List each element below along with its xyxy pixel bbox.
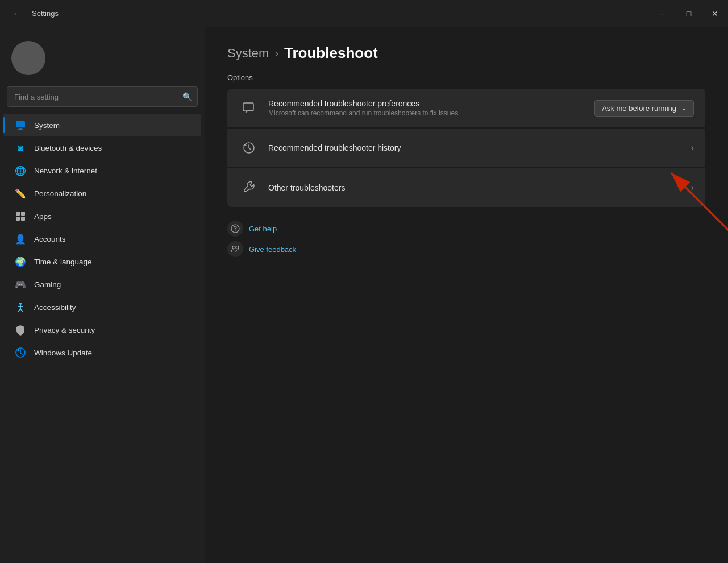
svg-rect-0 [16,121,25,127]
sidebar-item-apps[interactable]: Apps [3,205,201,227]
svg-rect-5 [16,217,20,221]
sidebar-item-accounts[interactable]: 👤 Accounts [3,227,201,250]
sidebar-item-label-privacy: Privacy & security [34,326,95,334]
card-title-recommended-prefs: Recommended troubleshooter preferences [268,99,594,108]
card-content-history: Recommended troubleshooter history [268,143,691,152]
card-content-other: Other troubleshooters [268,183,691,192]
gaming-icon: 🎮 [15,279,26,290]
system-icon [15,119,26,131]
content-area: System › Troubleshoot Options Recommende… [205,27,728,563]
svg-point-16 [235,230,235,231]
section-label: Options [227,73,705,82]
dropdown-label: Ask me before running [602,104,676,113]
minimize-button[interactable]: ─ [650,0,676,27]
get-help-text[interactable]: Get help [249,225,277,233]
card-content-recommended-prefs: Recommended troubleshooter preferences M… [268,99,594,117]
accessibility-icon [15,301,26,313]
give-feedback-text[interactable]: Give feedback [249,245,296,254]
card-action-other: › [691,183,694,193]
back-button[interactable]: ← [9,6,25,22]
app-title: Settings [32,9,59,18]
titlebar: ← Settings ─ □ ✕ [0,0,728,27]
card-subtitle-recommended-prefs: Microsoft can recommend and run troubles… [268,109,594,117]
card-recommended-history[interactable]: Recommended troubleshooter history › [227,129,705,167]
chevron-down-icon: ⌄ [681,104,687,112]
user-profile [0,34,205,86]
sidebar-item-network[interactable]: 🌐 Network & internet [3,159,201,182]
svg-rect-3 [16,212,20,216]
avatar [11,41,45,75]
svg-rect-1 [19,128,22,129]
svg-rect-4 [21,212,25,216]
svg-line-11 [20,309,23,312]
sidebar: 🔍 System ◙ Bluetooth & devices [0,27,205,563]
personalization-icon: ✏️ [15,188,26,199]
sidebar-item-accessibility[interactable]: Accessibility [3,296,201,318]
card-action-recommended-prefs: Ask me before running ⌄ [594,100,694,117]
maximize-button[interactable]: □ [676,0,702,27]
apps-icon [15,210,26,222]
svg-point-7 [19,303,22,305]
svg-rect-6 [21,217,25,221]
accounts-icon: 👤 [15,233,26,245]
wrench-icon [239,177,259,198]
svg-rect-12 [243,103,253,111]
sidebar-item-label-system: System [34,121,60,130]
privacy-icon [15,324,26,336]
sidebar-item-system[interactable]: System [3,114,201,136]
sidebar-item-label-windows-update: Windows Update [34,349,92,357]
history-icon [239,138,259,158]
sidebar-item-time[interactable]: 🌍 Time & language [3,250,201,273]
svg-point-17 [232,246,235,249]
get-help-icon [227,221,243,237]
sidebar-item-personalization[interactable]: ✏️ Personalization [3,182,201,205]
card-other-troubleshooters[interactable]: Other troubleshooters › [227,168,705,207]
breadcrumb-parent[interactable]: System [227,46,269,61]
sidebar-item-label-gaming: Gaming [34,280,61,289]
sidebar-item-windows-update[interactable]: Windows Update [3,341,201,364]
search-box: 🔍 [7,86,198,107]
window-controls: ─ □ ✕ [650,0,728,27]
breadcrumb-separator: › [274,47,278,60]
windows-update-icon [15,347,26,358]
network-icon: 🌐 [15,165,26,176]
sidebar-item-privacy[interactable]: Privacy & security [3,318,201,341]
card-title-other: Other troubleshooters [268,183,691,192]
sidebar-item-bluetooth[interactable]: ◙ Bluetooth & devices [3,136,201,159]
search-icon: 🔍 [182,92,192,101]
links-section: Get help Give feedback [227,221,705,257]
svg-rect-2 [18,129,23,130]
svg-point-18 [236,246,239,249]
chat-icon [239,98,259,118]
sidebar-item-label-apps: Apps [34,212,52,221]
card-recommended-prefs[interactable]: Recommended troubleshooter preferences M… [227,89,705,127]
sidebar-item-label-accessibility: Accessibility [34,303,76,312]
card-action-history: › [691,143,694,153]
sidebar-item-label-accounts: Accounts [34,235,66,243]
close-button[interactable]: ✕ [702,0,728,27]
breadcrumb: System › Troubleshoot [227,44,705,62]
sidebar-item-label-time: Time & language [34,258,92,266]
search-input[interactable] [7,86,198,107]
main-layout: 🔍 System ◙ Bluetooth & devices [0,27,728,563]
card-title-history: Recommended troubleshooter history [268,143,691,152]
chevron-right-other-icon: › [691,183,694,193]
give-feedback-icon [227,241,243,257]
bluetooth-icon: ◙ [15,142,26,154]
give-feedback-link[interactable]: Give feedback [227,241,705,257]
get-help-link[interactable]: Get help [227,221,705,237]
nav-items: System ◙ Bluetooth & devices 🌐 Network &… [0,114,205,556]
sidebar-item-gaming[interactable]: 🎮 Gaming [3,273,201,296]
time-icon: 🌍 [15,256,26,267]
chevron-right-icon: › [691,143,694,153]
ask-before-running-dropdown[interactable]: Ask me before running ⌄ [594,100,694,117]
sidebar-item-label-network: Network & internet [34,167,97,175]
breadcrumb-current: Troubleshoot [284,44,378,62]
sidebar-item-label-bluetooth: Bluetooth & devices [34,144,102,152]
sidebar-item-label-personalization: Personalization [34,189,86,198]
